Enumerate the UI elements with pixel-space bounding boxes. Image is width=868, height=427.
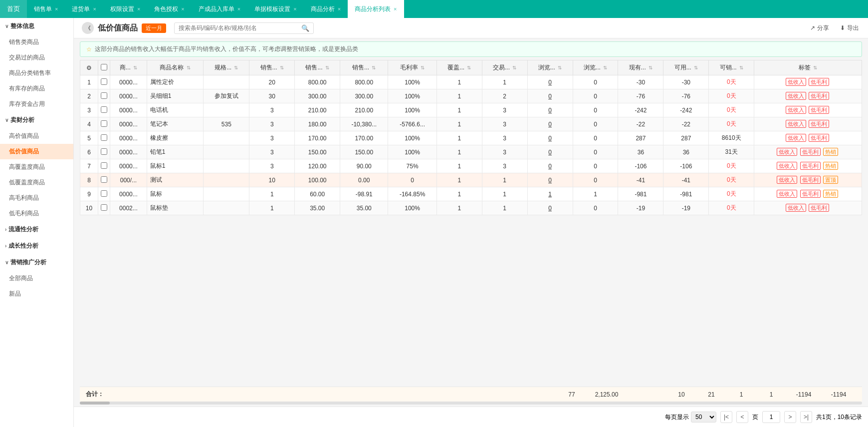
close-analysis-icon[interactable]: ×	[338, 6, 341, 12]
sidebar-item-new-goods[interactable]: 新品	[0, 286, 73, 302]
row-checkbox[interactable]	[101, 106, 107, 113]
row-checkbox[interactable]	[101, 162, 107, 169]
first-page-button[interactable]: |<	[720, 411, 732, 423]
col-trade[interactable]: 交易... ⇅	[482, 60, 527, 75]
collapse-button[interactable]: 《	[82, 22, 94, 34]
nav-inbound[interactable]: 产成品入库单 ×	[192, 0, 247, 18]
close-inbound-icon[interactable]: ×	[237, 6, 240, 12]
col-settings[interactable]: ⚙	[80, 60, 98, 75]
cell-checkbox[interactable]	[98, 75, 110, 89]
cell-browse1[interactable]: 0	[527, 103, 573, 117]
row-checkbox[interactable]	[101, 190, 107, 197]
sidebar-item-high-coverage[interactable]: 高覆盖度商品	[0, 159, 73, 175]
search-icon[interactable]: 🔍	[301, 24, 309, 32]
sidebar-item-capital[interactable]: 库存资金占用	[0, 96, 73, 112]
sidebar-group-marketing[interactable]: ∨ 营销推广分析	[0, 254, 73, 271]
col-browse1[interactable]: 浏览... ⇅	[527, 60, 573, 75]
per-page-select[interactable]: 50 100 200	[691, 412, 716, 423]
share-button[interactable]: ↗ 分享	[807, 22, 832, 34]
nav-home[interactable]: 首页	[0, 0, 27, 18]
sidebar-item-all-goods[interactable]: 全部商品	[0, 271, 73, 286]
nav-sales[interactable]: 销售单 ×	[27, 0, 65, 18]
cell-saleable: 0天	[709, 75, 754, 89]
cell-checkbox[interactable]	[98, 117, 110, 131]
nav-analysis[interactable]: 商品分析 ×	[304, 0, 348, 18]
nav-purchase[interactable]: 进货单 ×	[65, 0, 103, 18]
close-purchase-icon[interactable]: ×	[93, 6, 96, 12]
scrollbar-thumb[interactable]	[80, 402, 110, 405]
cell-browse1[interactable]: 0	[527, 201, 573, 215]
close-template-icon[interactable]: ×	[293, 6, 296, 12]
col-sales-qty[interactable]: 销售... ⇅	[249, 60, 295, 75]
sidebar-item-high-value[interactable]: 高价值商品	[0, 128, 73, 144]
row-checkbox[interactable]	[101, 148, 107, 155]
col-tags[interactable]: 标签 ⇅	[754, 60, 862, 75]
sidebar-group-financial[interactable]: ∨ 卖财分析	[0, 112, 73, 128]
cell-browse1[interactable]: 1	[527, 187, 573, 201]
cell-browse1[interactable]: 0	[527, 89, 573, 103]
cell-checkbox[interactable]	[98, 89, 110, 103]
col-available[interactable]: 可用... ⇅	[663, 60, 709, 75]
nav-template[interactable]: 单据模板设置 ×	[247, 0, 303, 18]
sidebar-item-category-rate[interactable]: 商品分类销售率	[0, 65, 73, 81]
sidebar-item-sales-goods[interactable]: 销售类商品	[0, 34, 73, 50]
row-checkbox[interactable]	[101, 204, 107, 211]
sidebar-item-high-margin[interactable]: 高毛利商品	[0, 190, 73, 206]
export-button[interactable]: ⬇ 导出	[837, 22, 862, 34]
nav-role[interactable]: 角色授权 ×	[147, 0, 191, 18]
total-sales-price: 2,125.00	[587, 391, 627, 398]
row-checkbox[interactable]	[101, 120, 107, 127]
row-checkbox[interactable]	[101, 78, 107, 85]
sidebar-item-stock-goods[interactable]: 有库存的商品	[0, 81, 73, 96]
col-sales-amount[interactable]: 销售... ⇅	[340, 60, 388, 75]
col-spec[interactable]: 规格... ⇅	[204, 60, 249, 75]
nav-permission[interactable]: 权限设置 ×	[103, 0, 147, 18]
cell-checkbox[interactable]	[98, 131, 110, 145]
cell-checkbox[interactable]	[98, 201, 110, 215]
sidebar-item-low-coverage[interactable]: 低覆盖度商品	[0, 175, 73, 190]
page-input[interactable]	[762, 411, 780, 423]
col-current[interactable]: 现有... ⇅	[618, 60, 663, 75]
select-all-checkbox[interactable]	[101, 64, 107, 70]
sidebar-item-traded-goods[interactable]: 交易过的商品	[0, 50, 73, 65]
row-checkbox[interactable]	[101, 92, 107, 99]
col-coverage[interactable]: 覆盖... ⇅	[436, 60, 482, 75]
sidebar-item-low-value[interactable]: 低价值商品	[0, 144, 73, 159]
cell-browse1[interactable]: 0	[527, 145, 573, 159]
sidebar-item-low-margin[interactable]: 低毛利商品	[0, 206, 73, 221]
last-page-button[interactable]: >|	[800, 411, 812, 423]
date-tag-button[interactable]: 近一月	[142, 23, 166, 33]
close-role-icon[interactable]: ×	[181, 6, 184, 12]
next-page-button[interactable]: >	[784, 411, 796, 423]
sidebar-group-overall[interactable]: ∨ 整体信息	[0, 18, 73, 34]
close-permission-icon[interactable]: ×	[137, 6, 140, 12]
col-checkbox[interactable]	[98, 60, 110, 75]
close-sales-icon[interactable]: ×	[55, 6, 58, 12]
cell-browse1[interactable]: 0	[527, 75, 573, 89]
col-saleable[interactable]: 可销... ⇅	[709, 60, 754, 75]
col-sales-price[interactable]: 销售... ⇅	[295, 60, 340, 75]
cell-checkbox[interactable]	[98, 187, 110, 201]
col-browse2[interactable]: 浏览... ⇅	[573, 60, 618, 75]
row-checkbox[interactable]	[101, 176, 107, 183]
col-name[interactable]: 商品名称 ⇅	[147, 60, 204, 75]
nav-analysis-list[interactable]: 商品分析列表 ×	[348, 0, 404, 18]
col-margin[interactable]: 毛利率 ⇅	[388, 60, 436, 75]
prev-page-button[interactable]: <	[736, 411, 748, 423]
cell-browse1[interactable]: 0	[527, 159, 573, 173]
sidebar-group-circulation[interactable]: › 流通性分析	[0, 221, 73, 238]
cell-browse1[interactable]: 0	[527, 117, 573, 131]
cell-browse1[interactable]: 0	[527, 173, 573, 187]
close-analysis-list-icon[interactable]: ×	[394, 6, 397, 12]
col-code[interactable]: 商... ⇅	[110, 60, 147, 75]
cell-checkbox[interactable]	[98, 103, 110, 117]
search-input[interactable]	[179, 24, 301, 31]
cell-checkbox[interactable]	[98, 173, 110, 187]
row-checkbox[interactable]	[101, 134, 107, 141]
cell-browse1[interactable]: 0	[527, 131, 573, 145]
cell-margin: 0	[388, 173, 436, 187]
cell-checkbox[interactable]	[98, 145, 110, 159]
cell-checkbox[interactable]	[98, 159, 110, 173]
table-container[interactable]: ⚙ 商... ⇅ 商品名称 ⇅ 规格... ⇅ 销售... ⇅ 销售... ⇅ …	[80, 60, 862, 387]
sidebar-group-growth[interactable]: › 成长性分析	[0, 238, 73, 254]
